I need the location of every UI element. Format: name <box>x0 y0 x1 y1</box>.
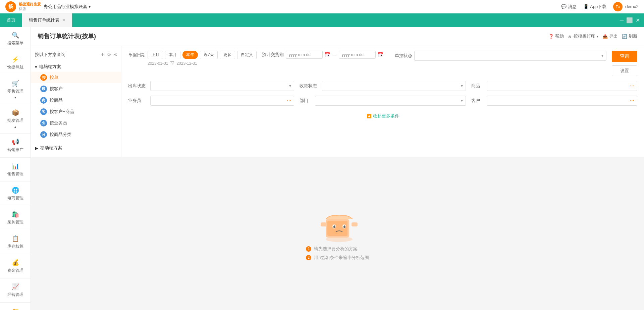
scheme-item-by-salesman[interactable]: 业 按业务员 <box>31 117 121 129</box>
scheme-type-icon: 按 <box>40 74 47 81</box>
empty-svg-icon <box>317 206 361 243</box>
sidebar-item-purchase[interactable]: 🛍️ 采购管理 <box>0 206 31 230</box>
chevron-down-icon: ▾ <box>14 96 16 99</box>
window-controls: ─ ⬜ ✕ <box>620 17 644 23</box>
basic-info-icon: 📁 <box>12 307 19 310</box>
sidebar-item-basic-info[interactable]: 📁 基础信息 <box>0 303 31 310</box>
expected-date-end-input[interactable] <box>339 51 376 59</box>
customer-select[interactable]: ··· <box>487 96 637 106</box>
left-panel: 按以下方案查询 + ⚙ « ▾ <box>31 46 121 157</box>
date-btn-more[interactable]: 更多 <box>220 51 235 59</box>
sidebar-item-wholesale[interactable]: 📦 批发管理 ▴ <box>0 104 31 134</box>
app-download-button[interactable]: 📱 App下载 <box>583 4 606 10</box>
finance-icon: 💰 <box>12 259 19 266</box>
pc-schemes-section: ▾ 电脑端方案 按 按单 <box>31 60 121 142</box>
scheme-type-icon: 商 <box>40 97 47 104</box>
calendar-icon-2[interactable]: 📅 <box>378 52 383 57</box>
export-icon: 📤 <box>602 34 608 39</box>
sidebar-item-inventory[interactable]: 📋 库存核算 <box>0 230 31 254</box>
salesman-select[interactable]: ··· <box>150 96 294 106</box>
sidebar-item-ecommerce[interactable]: 🌐 电商管理 <box>0 182 31 206</box>
expected-date-start-input[interactable] <box>286 51 323 59</box>
sidebar-item-retail[interactable]: 🛒 零售管理 ▾ <box>0 75 31 104</box>
mobile-schemes-header[interactable]: ▶ 移动端方案 <box>31 143 121 153</box>
settings-scheme-icon[interactable]: ⚙ <box>107 51 111 58</box>
app-name: 标版 <box>19 7 41 11</box>
close-tab-icon[interactable]: ✕ <box>62 18 65 22</box>
department-filter: 部门 ▾ <box>300 96 466 106</box>
scheme-item-by-customer[interactable]: 顾 按客户 <box>31 83 121 95</box>
page-title: 销售订单统计表(按单) <box>38 32 96 46</box>
filter-area: 按以下方案查询 + ⚙ « ▾ <box>31 46 644 157</box>
scheme-type-icon: 业 <box>40 120 47 126</box>
expected-date-label: 预计交货期 <box>262 52 284 58</box>
sidebar-item-finance[interactable]: 💰 资金管理 <box>0 254 31 278</box>
delivery-status-select[interactable]: ▾ <box>150 81 294 91</box>
sidebar-item-business[interactable]: 📈 经营管理 <box>0 278 31 303</box>
scheme-type-icon: 顾 <box>40 86 47 92</box>
date-btn-last-month[interactable]: 上月 <box>148 51 163 59</box>
left-panel-header: 按以下方案查询 + ⚙ « <box>31 49 121 60</box>
help-button[interactable]: ❓ 帮助 <box>548 33 564 39</box>
date-btn-last-7days[interactable]: 近7天 <box>200 51 218 59</box>
main-content: 按以下方案查询 + ⚙ « ▾ <box>31 46 644 310</box>
department-select[interactable]: ▾ <box>315 96 466 106</box>
filter-with-panel: 按以下方案查询 + ⚙ « ▾ <box>31 46 644 157</box>
content-area: 销售订单统计表(按单) ❓ 帮助 🖨 按模板打印 ▾ 📤 导出 🔄 刷新 <box>31 27 644 310</box>
date-btn-this-month[interactable]: 本月 <box>165 51 180 59</box>
topbar: 畅 畅捷通好生意 标版 办公用品行业模拟账套 ▾ 💬 消息 📱 App下载 Ea… <box>0 0 644 13</box>
scheme-item-by-category[interactable]: 分 按商品分类 <box>31 129 121 140</box>
date-range-row: 2023-01-01 至 2023-12-31 <box>128 60 257 66</box>
user-area[interactable]: Ea demo2 <box>613 2 639 11</box>
tab-sales-order[interactable]: 销售订单统计表 ✕ <box>22 13 72 27</box>
scheme-item-by-order[interactable]: 按 按单 <box>31 72 121 83</box>
date-btn-custom[interactable]: 自定义 <box>237 51 257 59</box>
pc-schemes-header[interactable]: ▾ 电脑端方案 <box>31 62 121 72</box>
scheme-type-icon: 分 <box>40 131 47 138</box>
svg-rect-7 <box>321 222 327 226</box>
add-scheme-icon[interactable]: + <box>101 51 104 58</box>
export-button[interactable]: 📤 导出 <box>602 33 618 39</box>
empty-step-1: 1 请先选择要分析的方案 <box>306 245 369 253</box>
product-label: 商品 <box>471 83 485 89</box>
close-window-button[interactable]: ✕ <box>636 17 640 23</box>
filter-row-1: 单据日期 上月 本月 本年 近7天 更多 自定义 <box>128 51 637 76</box>
sidebar-item-search-menu[interactable]: 🔍 搜索菜单 <box>0 27 31 51</box>
topbar-left: 畅 畅捷通好生意 标版 办公用品行业模拟账套 ▾ <box>5 1 91 12</box>
breadcrumb[interactable]: 办公用品行业模拟账套 ▾ <box>44 4 91 10</box>
status-select[interactable]: ▾ <box>414 51 606 61</box>
sidebar-item-marketing[interactable]: 📢 营销推广 <box>0 134 31 158</box>
collapse-panel-icon[interactable]: « <box>114 51 117 58</box>
action-buttons: 查询 设置 <box>612 51 637 76</box>
chevron-down-icon: ▾ <box>35 64 37 69</box>
settings-button[interactable]: 设置 <box>612 65 637 76</box>
download-icon: 📱 <box>583 4 589 9</box>
scheme-item-by-product[interactable]: 商 按商品 <box>31 95 121 106</box>
message-button[interactable]: 💬 消息 <box>561 4 577 10</box>
date-btn-this-year[interactable]: 本年 <box>182 51 198 59</box>
product-filter: 商品 ··· <box>471 81 637 91</box>
collapse-button[interactable]: 🔼 收起更多条件 <box>367 113 399 119</box>
purchase-icon: 🛍️ <box>12 211 19 218</box>
date-label: 单据日期 <box>128 52 146 58</box>
sidebar: 🔍 搜索菜单 ⚡ 快捷导航 🛒 零售管理 ▾ 📦 批发管理 ▴ 📢 营销推广 📊… <box>0 27 31 310</box>
scheme-item-by-cust-prod[interactable]: 客 按客户+商品 <box>31 106 121 117</box>
status-chevron-icon: ▾ <box>601 53 603 58</box>
template-print-button[interactable]: 🖨 按模板打印 ▾ <box>568 33 598 39</box>
product-dots-icon: ··· <box>630 83 634 89</box>
date-range-end: 2023-12-31 <box>176 61 197 66</box>
payment-status-select[interactable]: ▾ <box>322 81 466 91</box>
user-name: demo2 <box>625 4 639 9</box>
product-select[interactable]: ··· <box>487 81 637 91</box>
maximize-button[interactable]: ⬜ <box>626 17 633 23</box>
tab-home[interactable]: 首页 <box>0 13 22 27</box>
refresh-button[interactable]: 🔄 刷新 <box>622 33 637 39</box>
query-button[interactable]: 查询 <box>612 51 637 62</box>
sidebar-item-quick-nav[interactable]: ⚡ 快捷导航 <box>0 51 31 75</box>
salesman-filter: 业务员 ··· <box>128 96 294 106</box>
nav-tabs: 首页 销售订单统计表 ✕ ─ ⬜ ✕ <box>0 13 644 27</box>
minimize-button[interactable]: ─ <box>620 17 624 23</box>
sidebar-item-sales[interactable]: 📊 销售管理 <box>0 158 31 182</box>
calendar-icon[interactable]: 📅 <box>325 52 330 57</box>
delivery-status-label: 出库状态 <box>128 83 148 89</box>
